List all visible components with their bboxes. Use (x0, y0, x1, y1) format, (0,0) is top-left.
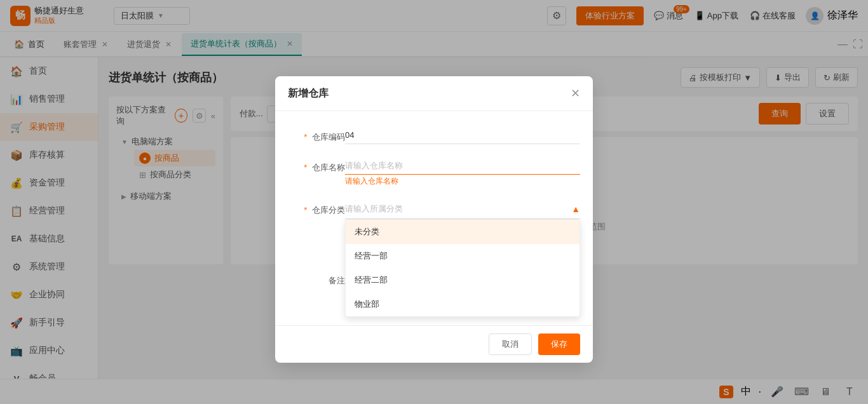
warehouse-code-wrap (345, 126, 580, 144)
dropdown-item-dept1[interactable]: 经营一部 (346, 244, 580, 268)
dropdown-item-property[interactable]: 物业部 (346, 292, 580, 316)
warehouse-category-wrap: 请输入所属分类 ▲ 未分类 经营一部 经营二部 物业部 (345, 199, 580, 219)
category-dropdown: 未分类 经营一部 经营二部 物业部 (345, 219, 580, 317)
dropdown-item-dept2[interactable]: 经营二部 (346, 268, 580, 292)
dialog-close-button[interactable]: ✕ (571, 86, 580, 100)
warehouse-category-label: * 仓库分类 (288, 199, 345, 216)
warehouse-name-label: * 仓库名称 (288, 157, 345, 173)
dropdown-item-uncategorized[interactable]: 未分类 (346, 220, 580, 244)
dialog-header: 新增仓库 ✕ (275, 76, 593, 111)
warehouse-name-input[interactable] (345, 157, 580, 175)
warehouse-name-row: * 仓库名称 请输入仓库名称 (288, 157, 580, 187)
warehouse-category-selector[interactable]: 请输入所属分类 ▲ (345, 199, 580, 219)
warehouse-code-input[interactable] (345, 126, 580, 144)
new-warehouse-dialog: 新增仓库 ✕ * 仓库编码 * 仓库名称 (275, 76, 593, 363)
dialog-title: 新增仓库 (288, 87, 329, 100)
dialog-overlay: 新增仓库 ✕ * 仓库编码 * 仓库名称 (0, 0, 868, 404)
warehouse-name-wrap: 请输入仓库名称 (345, 157, 580, 187)
chevron-up-icon: ▲ (571, 204, 580, 214)
warehouse-code-row: * 仓库编码 (288, 126, 580, 144)
warehouse-code-label: * 仓库编码 (288, 126, 345, 143)
cancel-button[interactable]: 取消 (489, 333, 532, 355)
warehouse-category-row: * 仓库分类 请输入所属分类 ▲ 未分类 经营一部 经营二部 物业部 (288, 199, 580, 219)
warehouse-name-error: 请输入仓库名称 (345, 176, 580, 187)
dialog-footer: 取消 保存 (275, 325, 593, 363)
save-button[interactable]: 保存 (538, 333, 580, 355)
dialog-body: * 仓库编码 * 仓库名称 请输入仓库名称 (275, 111, 593, 325)
notes-label: 备注 (288, 270, 345, 286)
